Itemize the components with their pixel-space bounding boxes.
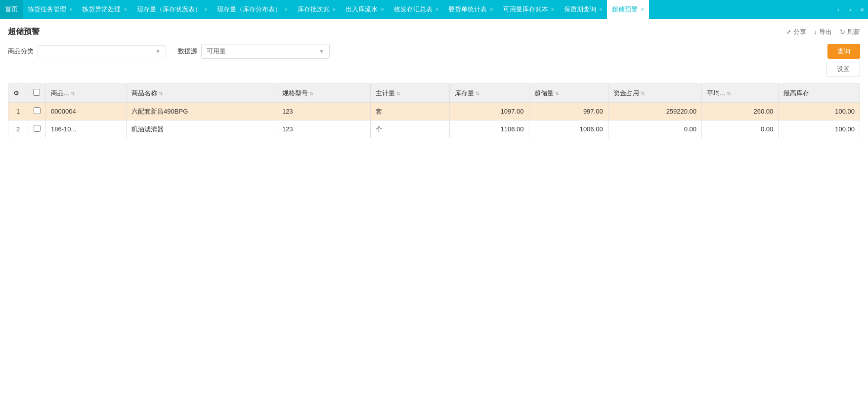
unit-cell: 个 <box>371 120 450 138</box>
col-unit: 主计量⇅ <box>371 84 450 103</box>
nav-tab-label: 拣货异常处理 <box>82 5 121 14</box>
nav-tab-close-icon[interactable]: × <box>490 6 493 12</box>
product-name-cell: 六配套新昌490BPG <box>127 103 277 120</box>
col-max-inventory: 最高库存 <box>779 84 860 103</box>
sort-icon-unit: ⇅ <box>396 91 400 96</box>
nav-tab-close-icon[interactable]: × <box>551 6 554 12</box>
row-num-cell: 2 <box>8 120 28 138</box>
product-code-cell: 0000004 <box>46 103 127 120</box>
share-button[interactable]: ➚ 分享 <box>786 28 806 37</box>
nav-tab-label: 出入库流水 <box>346 5 378 14</box>
nav-tab-close-icon[interactable]: × <box>69 6 72 12</box>
nav-tab-11[interactable]: 超储预警× <box>607 0 649 19</box>
sort-icon-product-code: ⇅ <box>71 91 75 96</box>
col-product-code: 商品...⇅ <box>46 84 127 103</box>
sort-icon-over-storage: ⇅ <box>555 91 559 96</box>
col-capital: 资金占用⇅ <box>608 84 701 103</box>
query-button[interactable]: 查询 <box>827 44 860 59</box>
nav-tab-close-icon[interactable]: × <box>599 6 602 12</box>
nav-tab-label: 拣货任务管理 <box>28 5 66 14</box>
nav-tab-1[interactable]: 拣货任务管理× <box>23 0 77 19</box>
nav-tab-0[interactable]: 首页 <box>0 0 23 19</box>
product-name-cell: 机油滤清器 <box>127 120 277 138</box>
nav-tab-label: 现存量（库存状况表） <box>137 5 201 14</box>
nav-tab-close-icon[interactable]: × <box>204 6 207 12</box>
nav-tab-close-icon[interactable]: × <box>284 6 287 12</box>
col-inventory: 库存量⇅ <box>450 84 529 103</box>
page-header: 超储预警 ➚ 分享 ↓ 导出 ↻ 刷新 <box>8 27 860 37</box>
nav-tab-label: 保质期查询 <box>564 5 596 14</box>
max-inventory-cell: 100.00 <box>779 103 860 120</box>
nav-tab-label: 收发存汇总表 <box>394 5 433 14</box>
inventory-cell: 1097.00 <box>450 103 529 120</box>
nav-tab-close-icon[interactable]: × <box>124 6 127 12</box>
nav-tabs: 首页拣货任务管理×拣货异常处理×现存量（库存状况表）×现存量（库存分布表）×库存… <box>0 0 832 19</box>
row-num-cell: 1 <box>8 103 28 120</box>
nav-close-arrow[interactable]: × <box>856 0 868 19</box>
gear-icon: ⚙ <box>13 89 19 97</box>
nav-tab-2[interactable]: 拣货异常处理× <box>77 0 131 19</box>
export-icon: ↓ <box>814 28 818 36</box>
nav-tab-label: 首页 <box>5 5 18 14</box>
nav-tab-label: 超储预警 <box>612 5 638 14</box>
settings-button[interactable]: 设置 <box>826 62 860 77</box>
product-code-cell: 186-10... <box>46 120 127 138</box>
category-filter-group: 商品分类 ▼ <box>8 45 166 57</box>
avg-cell: 0.00 <box>702 120 779 138</box>
category-chevron-icon: ▼ <box>155 48 161 54</box>
datasource-label: 数据源 <box>178 47 197 56</box>
nav-tab-close-icon[interactable]: × <box>381 6 384 12</box>
header-actions: ➚ 分享 ↓ 导出 ↻ 刷新 <box>786 28 861 37</box>
nav-prev-arrow[interactable]: ‹ <box>832 0 844 19</box>
nav-tab-8[interactable]: 要货单统计表× <box>443 0 498 19</box>
datasource-filter-group: 数据源 可用量 ▼ <box>178 44 330 59</box>
sort-icon-inventory: ⇅ <box>476 91 479 96</box>
nav-tab-10[interactable]: 保质期查询× <box>559 0 607 19</box>
over-storage-cell: 997.00 <box>529 103 608 120</box>
sort-icon-product-name: ⇅ <box>159 91 163 96</box>
nav-tab-close-icon[interactable]: × <box>333 6 336 12</box>
nav-tab-5[interactable]: 库存批次账× <box>293 0 341 19</box>
select-all-header[interactable] <box>28 84 46 103</box>
table-row: 10000004六配套新昌490BPG123套1097.00997.002592… <box>8 103 860 120</box>
col-over-storage: 超储量⇅ <box>529 84 608 103</box>
datasource-chevron-icon: ▼ <box>319 48 324 54</box>
nav-tab-6[interactable]: 出入库流水× <box>341 0 389 19</box>
nav-next-arrow[interactable]: › <box>844 0 856 19</box>
nav-tab-label: 要货单统计表 <box>448 5 487 14</box>
refresh-button[interactable]: ↻ 刷新 <box>840 28 860 37</box>
sort-icon-capital: ⇅ <box>641 91 645 96</box>
refresh-icon: ↻ <box>840 28 845 36</box>
nav-tab-label: 可用量库存账本 <box>503 5 548 14</box>
row-checkbox[interactable] <box>34 107 41 114</box>
category-select[interactable]: ▼ <box>38 45 166 57</box>
col-spec: 规格型号⇅ <box>277 84 370 103</box>
capital-cell: 0.00 <box>608 120 701 138</box>
unit-cell: 套 <box>371 103 450 120</box>
nav-tab-7[interactable]: 收发存汇总表× <box>389 0 443 19</box>
max-inventory-cell: 100.00 <box>779 120 860 138</box>
nav-tab-close-icon[interactable]: × <box>435 6 438 12</box>
row-checkbox-cell[interactable] <box>28 120 46 138</box>
nav-tab-3[interactable]: 现存量（库存状况表）× <box>132 0 212 19</box>
row-checkbox[interactable] <box>34 125 41 132</box>
datasource-select[interactable]: 可用量 ▼ <box>201 44 330 59</box>
spec-cell: 123 <box>277 120 370 138</box>
select-all-checkbox[interactable] <box>33 89 40 96</box>
sort-icon-avg: ⇅ <box>727 91 731 96</box>
nav-tab-close-icon[interactable]: × <box>641 6 644 12</box>
data-table: ⚙ 商品...⇅ 商品名称⇅ 规格型号⇅ 主计量⇅ 库存量⇅ <box>8 83 860 138</box>
table-header: ⚙ 商品...⇅ 商品名称⇅ 规格型号⇅ 主计量⇅ 库存量⇅ <box>8 84 860 103</box>
settings-gear-header[interactable]: ⚙ <box>8 84 28 103</box>
row-checkbox-cell[interactable] <box>28 103 46 120</box>
inventory-cell: 1106.00 <box>450 120 529 138</box>
col-avg: 平均...⇅ <box>702 84 779 103</box>
export-button[interactable]: ↓ 导出 <box>814 28 832 37</box>
col-product-name: 商品名称⇅ <box>127 84 277 103</box>
spec-cell: 123 <box>277 103 370 120</box>
datasource-value: 可用量 <box>207 47 226 56</box>
nav-tab-4[interactable]: 现存量（库存分布表）× <box>212 0 292 19</box>
sort-icon-spec: ⇅ <box>309 91 313 96</box>
page-title: 超储预警 <box>8 27 40 37</box>
nav-tab-9[interactable]: 可用量库存账本× <box>498 0 559 19</box>
